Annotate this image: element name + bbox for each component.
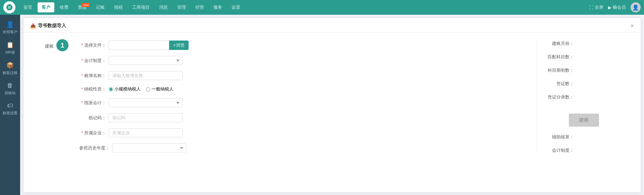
nav-item-manage[interactable]: 管理 [173,2,190,12]
match-label: 匹配科目数： [547,54,574,60]
accounting-type-row: 会计制度： [547,147,621,153]
nav-item-business[interactable]: 工商项目 [128,2,154,12]
nav-item-settings[interactable]: 设置 [228,2,244,12]
browse-button[interactable]: +浏览 [169,41,189,50]
fullscreen-btn[interactable]: ⛶ 全屏 [589,4,603,10]
step-wrapper: 建账 1 * 选择文件： [34,39,537,152]
nav-item-home[interactable]: 首页 [19,2,36,12]
sidebar-item-declaration[interactable]: 📋 0申报 [0,39,20,58]
company-row: * 所属企业： [79,128,537,137]
nav-item-tax[interactable]: 报税 [110,2,127,12]
voucher-entries-label: 凭证分录数： [547,94,574,100]
nav-item-client[interactable]: 客户 [38,2,54,12]
voucher-entries-row: 凭证分录数： [547,94,621,100]
ledger-name-input[interactable] [109,71,183,80]
tax-general-option[interactable]: 一般纳税人 [146,86,174,92]
month-label: 建账月份： [547,41,574,47]
tax-type-row: * 纳税性质： 小规模纳税人 [79,86,537,92]
recycle-icon: 🗑 [7,82,13,89]
create-account-button[interactable]: 建账 [569,114,599,127]
all-clients-icon: 👤 [6,21,14,28]
form-section: 建账 1 * 选择文件： [34,39,537,153]
nav-item-service[interactable]: 服务 [209,2,226,12]
form-area: * 选择文件： +浏览 * [79,39,537,152]
tax-type-label: * 纳税性质： [79,86,106,92]
history-year-label: 参照历史年度： [79,145,110,151]
nav-item-bookkeeping[interactable]: 记账 [92,2,109,12]
voucher-row: 凭证数： [547,81,621,87]
period-label: 科目期初数： [547,67,574,73]
dialog-title: 📥 导爷数据导入 [30,23,66,29]
sidebar-item-recycle[interactable]: 🗑 回收站 [0,79,20,98]
vip-btn[interactable]: ▶ 畅会员 [608,4,626,10]
accountant-select[interactable] [109,98,183,107]
info-section: 建账月份： 匹配科目数： 科目期初数： 凭证数： [537,39,631,153]
new-badge: new [82,3,90,7]
sidebar-item-tags[interactable]: 🏷 标签设置 [0,100,20,118]
tax-general-radio[interactable] [146,87,150,91]
company-input[interactable] [109,128,183,137]
voucher-label: 凭证数： [547,81,574,87]
match-row: 匹配科目数： [547,54,621,60]
migration-icon: 📦 [6,62,14,69]
import-icon: 📥 [30,23,36,28]
ledger-name-label: * 账簿名称： [79,73,106,79]
memo-row: 助记码： [79,113,537,122]
accountant-row: * 指派会计： [79,98,537,107]
app-logo[interactable] [3,1,15,13]
nav-item-ticket[interactable]: 票据 new [74,2,91,12]
fullscreen-icon: ⛶ [589,5,593,10]
top-navigation: 首页 客户 收费 票据 new 记账 报税 工商项目 消息 管理 经营 服务 设… [0,0,644,15]
dialog-header: 📥 导爷数据导入 × [23,18,641,32]
vip-icon: ▶ [608,5,611,10]
memo-input[interactable] [109,113,183,122]
tax-small-radio[interactable] [109,87,113,91]
file-input-wrapper: +浏览 [109,41,189,50]
dialog-body: 建账 1 * 选择文件： [23,32,641,160]
history-year-row: 参照历史年度： [79,143,537,152]
nav-item-message[interactable]: 消息 [155,2,172,12]
main-content: 📥 导爷数据导入 × 建账 1 [20,15,644,195]
tags-icon: 🏷 [7,102,13,109]
period-row: 科目期初数： [547,67,621,73]
file-row: * 选择文件： +浏览 [79,41,537,50]
accounting-system-row: * 会计制度： [79,56,537,65]
file-label: * 选择文件： [79,42,106,48]
month-row: 建账月份： [547,41,621,47]
close-button[interactable]: × [630,23,634,29]
auxiliary-row: 辅助核算： [547,134,621,140]
ledger-name-row: * 账簿名称： [79,71,537,80]
history-year-select[interactable] [112,143,186,152]
memo-label: 助记码： [79,115,106,121]
accounting-system-label: * 会计制度： [79,58,106,64]
declaration-icon: 📋 [6,41,14,49]
main-layout: 👤 全部客户 📋 0申报 📦 账套迁移 🗑 回收站 🏷 标签设置 📥 导爷 [0,15,644,195]
user-avatar[interactable]: 👤 [631,2,641,12]
tax-type-radio-group: 小规模纳税人 一般纳税人 [109,86,174,92]
nav-item-fee[interactable]: 收费 [56,2,72,12]
auxiliary-label: 辅助核算： [547,134,574,140]
sidebar-item-migration[interactable]: 📦 账套迁移 [0,59,20,78]
step-circle: 1 [56,39,68,51]
accountant-label: * 指派会计： [79,100,106,106]
nav-right-area: ⛶ 全屏 ▶ 畅会员 👤 [589,2,641,12]
company-label: * 所属企业： [79,130,106,136]
accounting-system-select[interactable] [109,56,183,65]
tax-small-option[interactable]: 小规模纳税人 [109,86,141,92]
file-input[interactable] [109,41,169,50]
accounting-type-label: 会计制度： [547,147,574,153]
step-label: 建账 [45,43,54,49]
import-dialog: 📥 导爷数据导入 × 建账 1 [23,18,641,192]
nav-item-operation[interactable]: 经营 [191,2,208,12]
sidebar-item-all-clients[interactable]: 👤 全部客户 [0,18,20,37]
sidebar: 👤 全部客户 📋 0申报 📦 账套迁移 🗑 回收站 🏷 标签设置 [0,15,20,195]
